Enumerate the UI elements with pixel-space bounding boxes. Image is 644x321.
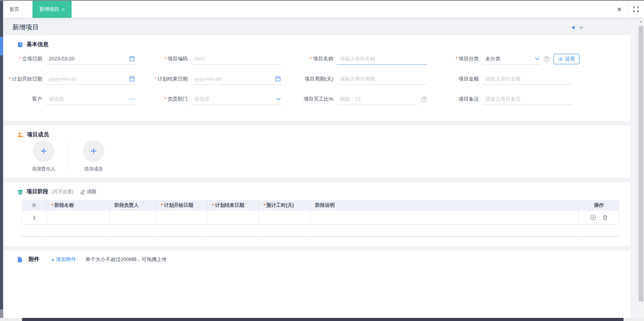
- field-project-duration: 项目周期(天): [295, 73, 427, 85]
- add-attachment-button[interactable]: + 添加附件: [51, 256, 76, 263]
- vertical-scrollbar-thumb[interactable]: [639, 26, 643, 302]
- tab-close-icon[interactable]: ×: [62, 7, 65, 12]
- approval-date-input[interactable]: [48, 55, 127, 62]
- fullscreen-icon: [633, 7, 639, 12]
- stage-row-index: 1: [22, 211, 47, 225]
- chevron-down-icon[interactable]: [276, 98, 281, 100]
- sidebar-scroll-thumb[interactable]: [0, 37, 3, 55]
- stages-icon: [17, 189, 23, 195]
- page-title: 新增项目: [12, 23, 39, 32]
- calendar-icon[interactable]: [129, 76, 135, 82]
- stage-description-cell[interactable]: [311, 211, 579, 225]
- add-member-label: 添加成员: [84, 166, 103, 172]
- column-stage-owner: 阶段负责人: [110, 200, 156, 210]
- responsible-department-input[interactable]: [193, 96, 273, 102]
- calendar-icon[interactable]: [129, 56, 135, 62]
- stage-end-cell[interactable]: [207, 211, 259, 225]
- field-project-remark: 项目备注: [440, 93, 572, 105]
- add-member-button[interactable]: [83, 140, 104, 162]
- chevron-down-icon[interactable]: [535, 57, 540, 60]
- stage-owner-cell[interactable]: [110, 211, 156, 225]
- project-members-title: 项目成员: [27, 131, 49, 138]
- field-label: 立项日期: [22, 56, 42, 62]
- gear-icon: [31, 203, 37, 208]
- project-code-input[interactable]: [193, 55, 280, 62]
- field-label: 项目金额: [459, 76, 479, 82]
- stage-actions-cell: [579, 211, 619, 225]
- field-project-category: *项目分类 ? 设置: [440, 53, 572, 65]
- attachments-card: 附件 + 添加附件 单个大小不超过200MB，可拖拽上传: [3, 251, 630, 319]
- prev-page-icon[interactable]: ◀: [571, 25, 574, 30]
- column-settings-button[interactable]: [22, 200, 47, 210]
- field-responsible-department: *负责部门: [149, 93, 281, 105]
- basic-info-card: 基本信息 *立项日期 *项目编码: [3, 35, 630, 121]
- column-stage-name: *阶段名称: [47, 200, 110, 210]
- attachments-title: 附件: [29, 256, 39, 263]
- tab-new-project-label: 新增项目: [39, 6, 59, 13]
- project-remark-input[interactable]: [485, 96, 572, 102]
- field-customer: 客户 ···: [3, 93, 136, 105]
- next-page-icon[interactable]: ▶: [580, 25, 583, 30]
- project-name-input[interactable]: [339, 55, 426, 62]
- column-actions: 操作: [579, 200, 619, 210]
- planned-end-date-input[interactable]: [193, 76, 272, 82]
- project-category-input[interactable]: [485, 55, 533, 62]
- field-label: 负责部门: [167, 96, 188, 102]
- close-icon: ×: [617, 5, 622, 13]
- category-settings-button[interactable]: 设置: [553, 54, 579, 64]
- field-project-amount: 项目金额: [440, 73, 572, 85]
- field-label: 项目周期(天): [305, 76, 333, 82]
- gear-icon: [558, 57, 563, 62]
- horizontal-scrollbar[interactable]: [0, 318, 644, 321]
- plus-icon: [90, 147, 97, 155]
- customer-input[interactable]: [48, 96, 126, 102]
- column-stage-description: 阶段说明: [311, 200, 579, 210]
- column-estimated-hours: *预计工时(天): [259, 200, 311, 210]
- trash-icon[interactable]: [603, 215, 608, 220]
- field-label: 客户: [32, 96, 42, 102]
- stages-note: (可不设置): [52, 189, 73, 195]
- file-icon: [17, 257, 22, 263]
- question-icon[interactable]: ?: [544, 56, 550, 62]
- basic-info-form: *立项日期 *项目编码 *项目名称: [3, 53, 630, 105]
- project-duration-input[interactable]: [339, 76, 426, 82]
- question-icon[interactable]: ?: [421, 96, 427, 102]
- scroll-up-icon[interactable]: ▲: [638, 20, 644, 23]
- field-label: 项目分类: [459, 56, 479, 62]
- completion-percent-input[interactable]: [339, 96, 417, 102]
- project-stages-title: 项目阶段: [27, 188, 48, 195]
- plus-icon: [40, 147, 48, 155]
- field-approval-date: *立项日期: [3, 53, 136, 65]
- ellipsis-icon[interactable]: ···: [129, 96, 135, 102]
- planned-start-date-input[interactable]: [48, 76, 127, 82]
- field-project-code: *项目编码: [149, 53, 281, 65]
- column-planned-end: *计划结束日期: [207, 200, 259, 210]
- tab-new-project[interactable]: 新增项目 ×: [32, 1, 72, 18]
- add-owner-button[interactable]: [33, 140, 55, 162]
- project-members-card: 项目成员 添加责任人 添加成员: [3, 125, 630, 178]
- notebook-icon: [17, 42, 23, 48]
- stages-table-footer: [22, 225, 619, 237]
- field-project-name: *项目名称: [295, 53, 427, 65]
- clear-icon: [80, 189, 85, 194]
- stage-hours-cell[interactable]: [259, 211, 311, 225]
- plus-circle-icon[interactable]: [590, 215, 596, 220]
- stage-name-cell[interactable]: [47, 211, 110, 225]
- attachment-hint: 单个大小不超过200MB，可拖拽上传: [85, 256, 167, 263]
- stage-start-cell[interactable]: [156, 211, 207, 225]
- field-label: 项目名称: [313, 56, 333, 62]
- project-amount-input[interactable]: [485, 76, 572, 82]
- clear-stages-button[interactable]: 清除: [80, 189, 96, 195]
- window-close-button[interactable]: ×: [611, 1, 627, 18]
- calendar-icon[interactable]: [275, 76, 281, 82]
- add-member-group: 添加成员: [69, 140, 118, 172]
- field-label: 计划结束日期: [157, 76, 188, 82]
- fullscreen-button[interactable]: [628, 1, 644, 18]
- stages-table-header: *阶段名称 阶段负责人 *计划开始日期 *计划结束日期 *预计工时(天) 阶段说…: [22, 200, 619, 210]
- tab-bar: 首页 新增项目 × ×: [3, 1, 644, 18]
- field-planned-start-date: *计划开始日期: [3, 73, 136, 85]
- horizontal-scrollbar-thumb[interactable]: [22, 318, 624, 321]
- tab-home[interactable]: 首页: [3, 1, 26, 18]
- vertical-scrollbar[interactable]: ▲: [637, 19, 644, 318]
- field-planned-end-date: *计划结束日期: [149, 73, 281, 85]
